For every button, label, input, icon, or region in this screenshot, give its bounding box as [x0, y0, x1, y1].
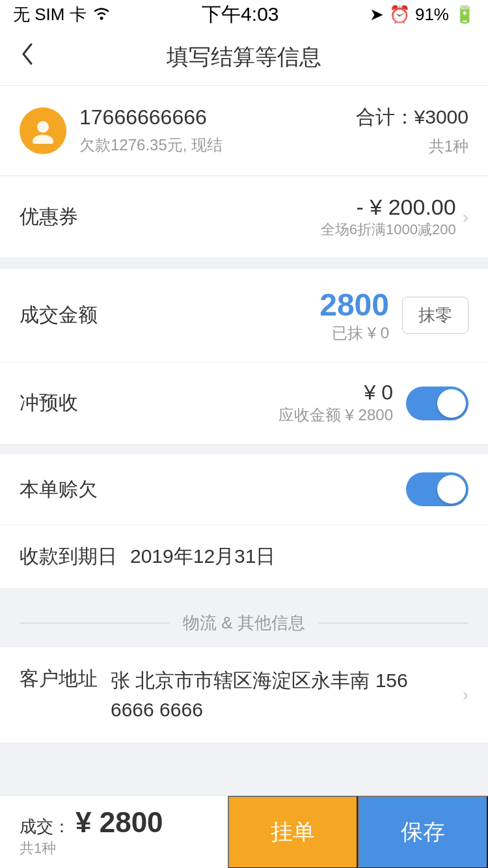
prepay-row: 冲预收 ¥ 0 应收金额 ¥ 2800: [0, 362, 488, 444]
due-date-row: 收款到期日 2019年12月31日: [0, 525, 488, 588]
coupon-amount: - ¥ 200.00: [321, 195, 456, 220]
svg-point-0: [100, 16, 103, 20]
debt-row: 本单赊欠: [0, 454, 488, 525]
coupon-desc: 全场6折满1000减200: [321, 220, 456, 239]
customer-card: 17666666666 欠款1276.35元, 现结 合计：¥3000 共1种: [0, 86, 488, 176]
coupon-row[interactable]: 优惠券 - ¥ 200.00 全场6折满1000减200 ›: [0, 176, 488, 258]
nav-bar: 填写结算等信息: [0, 29, 488, 86]
coupon-right: - ¥ 200.00 全场6折满1000减200: [321, 195, 456, 239]
coupon-label: 优惠券: [20, 204, 78, 230]
svg-point-1: [37, 121, 49, 133]
address-chevron-icon: ›: [463, 685, 468, 705]
debt-section: 本单赊欠 收款到期日 2019年12月31日: [0, 454, 488, 588]
location-icon: ➤: [370, 5, 384, 25]
hang-order-button[interactable]: 挂单: [228, 796, 358, 869]
due-date-value: 2019年12月31日: [130, 543, 275, 570]
customer-left: 17666666666 欠款1276.35元, 现结: [20, 105, 223, 156]
wifi-icon: [92, 5, 111, 25]
page-title: 填写结算等信息: [167, 42, 321, 72]
round-zero-button[interactable]: 抹零: [402, 297, 468, 334]
bottom-deal-label: 成交：: [20, 815, 70, 838]
debt-label: 本单赊欠: [20, 476, 98, 503]
customer-sub: 欠款1276.35元, 现结: [79, 135, 223, 156]
battery-icon: 🔋: [454, 5, 475, 25]
status-bar: 无 SIM 卡 下午4:03 ➤ ⏰ 91% 🔋: [0, 0, 488, 29]
back-button[interactable]: [20, 41, 35, 73]
prepay-right-col: ¥ 0 应收金额 ¥ 2800: [278, 381, 393, 426]
content-area: 17666666666 欠款1276.35元, 现结 合计：¥3000 共1种 …: [0, 86, 488, 868]
address-row[interactable]: 客户地址 张 北京市市辖区海淀区永丰南 156 6666 6666 ›: [0, 647, 488, 742]
bottom-count: 共1种: [20, 839, 208, 858]
customer-phone: 17666666666: [79, 105, 223, 129]
prepay-amount: ¥ 0: [364, 381, 393, 405]
due-date-label: 收款到期日: [20, 543, 117, 570]
prepay-toggle[interactable]: [406, 387, 468, 420]
total-count: 共1种: [356, 136, 468, 157]
deal-amount: 2800: [319, 287, 389, 323]
address-label: 客户地址: [20, 666, 98, 692]
avatar: [20, 107, 66, 154]
deal-row: 成交金额 2800 已抹 ¥ 0 抹零: [0, 269, 488, 362]
deal-label: 成交金额: [20, 302, 98, 329]
alarm-icon: ⏰: [389, 5, 410, 25]
bottom-info: 成交： ¥ 2800 共1种: [0, 806, 228, 858]
address-value: 张 北京市市辖区海淀区永丰南 156 6666 6666: [111, 666, 456, 724]
bottom-bar: 成交： ¥ 2800 共1种 挂单 保存: [0, 795, 488, 868]
customer-info: 17666666666 欠款1276.35元, 现结: [79, 105, 223, 156]
coupon-chevron-icon: ›: [463, 207, 468, 228]
deal-right: 2800 已抹 ¥ 0 抹零: [319, 287, 468, 344]
bottom-amount: ¥ 2800: [75, 806, 163, 839]
status-right: ➤ ⏰ 91% 🔋: [370, 5, 475, 25]
battery-text: 91%: [415, 5, 449, 25]
svg-point-2: [33, 135, 53, 144]
customer-right: 合计：¥3000 共1种: [356, 104, 468, 157]
logistics-header-text: 物流 & 其他信息: [183, 612, 305, 634]
prepay-sub: 应收金额 ¥ 2800: [278, 405, 393, 426]
deal-sub: 已抹 ¥ 0: [332, 323, 389, 344]
status-time: 下午4:03: [202, 1, 278, 28]
logistics-header: 物流 & 其他信息: [0, 599, 488, 647]
prepay-label: 冲预收: [20, 390, 78, 416]
debt-toggle-knob: [437, 475, 466, 504]
debt-toggle[interactable]: [406, 472, 468, 506]
bottom-deal-row: 成交： ¥ 2800: [20, 806, 208, 839]
sim-text: 无 SIM 卡: [13, 3, 87, 26]
deal-section: 成交金额 2800 已抹 ¥ 0 抹零 冲预收 ¥ 0 应收金额 ¥ 2800: [0, 269, 488, 444]
deal-amount-col: 2800 已抹 ¥ 0: [319, 287, 389, 344]
save-button[interactable]: 保存: [358, 796, 488, 869]
total-amount: 合计：¥3000: [356, 104, 468, 131]
status-left: 无 SIM 卡: [13, 3, 111, 26]
toggle-knob: [437, 389, 466, 418]
